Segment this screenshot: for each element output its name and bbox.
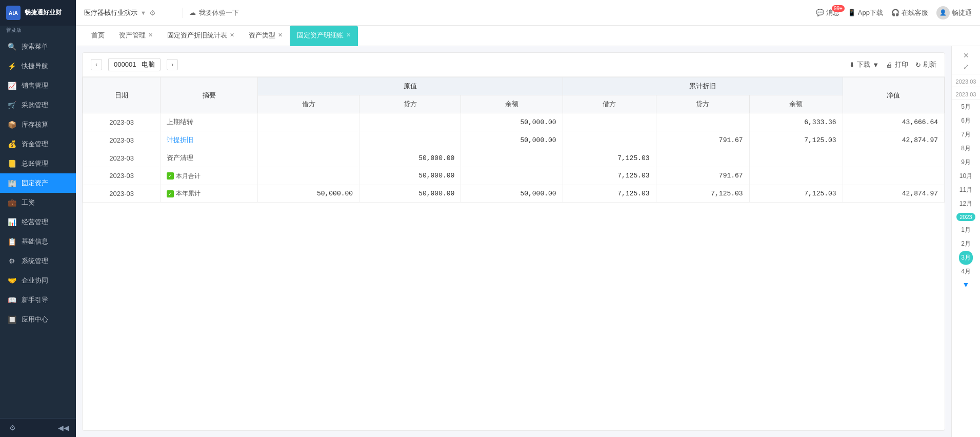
user-name: 畅捷通: [952, 8, 972, 17]
tab-close-asset-mgmt[interactable]: ✕: [148, 32, 153, 38]
timeline-year-badge: 2023: [956, 213, 975, 221]
badge-check-icon: ✓: [167, 190, 174, 197]
sidebar-item-fixed-assets[interactable]: 🏢 固定资产: [0, 173, 76, 193]
app-download-button[interactable]: 📱 App下载: [848, 8, 883, 17]
sidebar-item-guide[interactable]: 📖 新手引导: [0, 290, 76, 310]
basic-info-icon: 📋: [7, 237, 16, 246]
summary-text: 资产清理: [167, 154, 193, 162]
settings-icon[interactable]: ⚙: [7, 423, 17, 433]
refresh-button[interactable]: ↻ 刷新: [915, 60, 936, 69]
timeline-month-item[interactable]: 5月: [957, 100, 974, 114]
detail-table: 日期 摘要 原值 累计折旧 净值 借方 贷方 余额 借方 贷方 余额: [83, 77, 945, 203]
customer-service-button[interactable]: 🎧 在线客服: [891, 8, 928, 17]
prev-asset-button[interactable]: ‹: [91, 59, 102, 70]
sidebar: AtA 畅捷通好业财 普及版 🔍 搜索菜单⚡ 快捷导航📈 销售管理🛒 采购管理📦…: [0, 0, 76, 437]
tab-home[interactable]: 首页: [84, 26, 112, 46]
sidebar-item-operations[interactable]: 📊 经营管理: [0, 212, 76, 232]
quick-nav-icon: ⚡: [7, 62, 16, 71]
sidebar-item-salary[interactable]: 💼 工资: [0, 193, 76, 212]
timeline-month-item[interactable]: 8月: [957, 142, 974, 155]
tab-close-asset-detail[interactable]: ✕: [346, 32, 351, 38]
col-original-value-header: 原值: [257, 77, 563, 95]
sidebar-item-purchase[interactable]: 🛒 采购管理: [0, 95, 76, 115]
timeline-month-item[interactable]: 2月: [957, 237, 975, 251]
cell-debit-ov: [257, 149, 359, 167]
col-summary: 摘要: [161, 77, 257, 113]
timeline-month-item[interactable]: 9月: [957, 155, 974, 169]
company-name: 医疗器械行业演示: [84, 8, 137, 17]
tab-asset-detail[interactable]: 固定资产明细账✕: [290, 26, 358, 46]
print-icon: 🖨: [886, 61, 893, 69]
content-main: ‹ 000001 电脑 › ⬇ 下载 ▼ 🖨 打印: [82, 52, 945, 431]
tab-asset-type[interactable]: 资产类型✕: [242, 26, 290, 46]
sidebar-header: AtA 畅捷通好业财: [0, 0, 76, 26]
summary-link[interactable]: 计提折旧: [167, 136, 193, 144]
timeline-month-item[interactable]: 4月: [957, 265, 975, 279]
sidebar-item-search[interactable]: 🔍 搜索菜单: [0, 37, 76, 56]
summary-text: 上期结转: [167, 118, 193, 126]
month-badge: ✓ 本月合计: [167, 172, 201, 181]
sidebar-item-fund[interactable]: 💰 资金管理: [0, 134, 76, 154]
sidebar-footer: ⚙ ◀◀: [0, 418, 76, 437]
timeline-month-item[interactable]: 6月: [957, 114, 974, 128]
main-area: 医疗器械行业演示 ▼ ⚙ ☁ 我要体验一下 💬 消息 99+ 📱 App下载 🎧…: [76, 0, 980, 437]
cell-balance-dep: 6,333.36: [749, 113, 843, 131]
sidebar-item-collab[interactable]: 🤝 企业协同: [0, 271, 76, 290]
timeline-close-button[interactable]: ✕: [962, 50, 970, 61]
sidebar-item-system[interactable]: ⚙ 系统管理: [0, 251, 76, 271]
tab-close-asset-type[interactable]: ✕: [278, 32, 283, 38]
system-icon: ⚙: [7, 256, 16, 266]
messages-badge: 99+: [832, 5, 845, 12]
cell-balance-ov: [461, 167, 563, 185]
table-row: 2023-03 资产清理 50,000.00 7,125.03: [83, 149, 945, 167]
messages-button[interactable]: 💬 消息 99+: [816, 8, 839, 17]
cell-credit-dep: 791.67: [656, 167, 749, 185]
sidebar-label-salary: 工资: [22, 198, 35, 207]
download-button[interactable]: ⬇ 下载 ▼: [849, 60, 879, 69]
cell-balance-ov: 50,000.00: [461, 113, 563, 131]
sidebar-label-collab: 企业协同: [22, 276, 48, 285]
sidebar-item-quick-nav[interactable]: ⚡ 快捷导航: [0, 56, 76, 76]
sidebar-item-app-center[interactable]: 🔲 应用中心: [0, 310, 76, 329]
sidebar-item-basic-info[interactable]: 📋 基础信息: [0, 232, 76, 251]
tab-label-asset-type: 资产类型: [249, 31, 275, 40]
cell-summary: ✓ 本月合计: [161, 167, 257, 185]
month-badge: ✓ 本年累计: [167, 189, 201, 198]
company-selector[interactable]: 医疗器械行业演示 ▼ ⚙: [84, 8, 176, 17]
user-avatar[interactable]: 👤 畅捷通: [936, 6, 972, 19]
timeline-month-item[interactable]: 3月: [959, 251, 973, 265]
tab-depreciation-table[interactable]: 固定资产折旧统计表✕: [160, 26, 242, 46]
cell-credit-dep: 7,125.03: [656, 185, 749, 203]
collapse-button[interactable]: ◀◀: [58, 423, 69, 433]
tab-close-depreciation-table[interactable]: ✕: [230, 32, 234, 38]
sidebar-label-ledger: 总账管理: [22, 159, 48, 168]
tabs-bar: 首页资产管理✕固定资产折旧统计表✕资产类型✕固定资产明细账✕: [76, 26, 980, 46]
cell-balance-dep: [749, 167, 843, 185]
next-asset-button[interactable]: ›: [167, 59, 178, 70]
timeline-month-item[interactable]: 7月: [957, 128, 974, 142]
timeline-scroll-down[interactable]: ▼: [961, 279, 972, 291]
print-button[interactable]: 🖨 打印: [886, 60, 908, 69]
experience-button[interactable]: ☁ 我要体验一下: [189, 8, 239, 17]
timeline-month-item[interactable]: 12月: [957, 197, 974, 211]
download-caret: ▼: [872, 61, 879, 69]
timeline-month-item[interactable]: 11月: [957, 183, 974, 197]
cell-debit-dep: [563, 131, 656, 149]
tab-label-asset-detail: 固定资产明细账: [297, 31, 344, 40]
sidebar-item-inventory[interactable]: 📦 库存核算: [0, 115, 76, 134]
app-title: 畅捷通好业财: [25, 9, 62, 17]
timeline-month-item[interactable]: 1月: [957, 223, 975, 237]
cell-credit-ov: [359, 131, 461, 149]
tab-asset-mgmt[interactable]: 资产管理✕: [112, 26, 160, 46]
col-date: 日期: [83, 77, 161, 113]
asset-nav-actions: ⬇ 下载 ▼ 🖨 打印 ↻ 刷新: [849, 60, 936, 69]
sidebar-item-sales[interactable]: 📈 销售管理: [0, 76, 76, 95]
company-settings-icon[interactable]: ⚙: [149, 9, 156, 17]
cell-debit-dep: 7,125.03: [563, 167, 656, 185]
sidebar-menu: 🔍 搜索菜单⚡ 快捷导航📈 销售管理🛒 采购管理📦 库存核算💰 资金管理📒 总账…: [0, 37, 76, 418]
tab-label-home: 首页: [91, 31, 105, 40]
sidebar-item-ledger[interactable]: 📒 总账管理: [0, 154, 76, 173]
timeline-expand-button[interactable]: ⤢: [962, 62, 970, 72]
timeline-date1: 2023.03: [952, 74, 980, 87]
timeline-month-item[interactable]: 10月: [957, 169, 974, 183]
